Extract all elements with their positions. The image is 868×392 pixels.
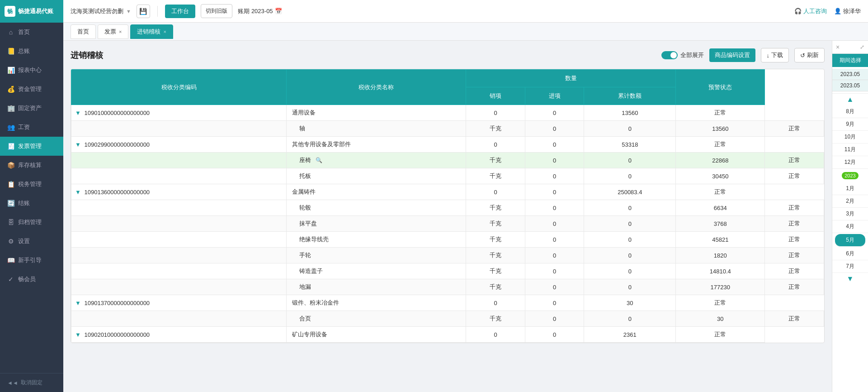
tab-home[interactable]: 首页 [71, 24, 96, 39]
expand-icon[interactable]: ▼ [75, 141, 81, 148]
sidebar-item-tax[interactable]: 📋 税务管理 [0, 175, 63, 194]
expand-icon[interactable]: ▼ [75, 110, 81, 116]
sidebar-item-payroll[interactable]: 👥 工资 [0, 118, 63, 137]
cell-purchase: 0 [525, 105, 584, 121]
col-status: 预警状态 [676, 70, 765, 105]
expand-icon[interactable]: ▼ [75, 189, 81, 196]
sidebar-unpin[interactable]: ◄◄ 取消固定 [0, 373, 63, 392]
period-month-12[interactable]: 12月 [832, 156, 868, 169]
period-scroll-up[interactable]: ▲ [832, 94, 868, 105]
switch-version-button[interactable]: 切到旧版 [201, 4, 232, 18]
tab-reconcile[interactable]: 进销稽核 × [130, 24, 173, 39]
cell-sales: 0 [525, 200, 584, 216]
col-sales: 销项 [466, 87, 525, 105]
cell-cumulative: 53318 [584, 137, 676, 153]
cell-cumulative: 13560 [584, 105, 676, 121]
table-row: 座椅 🔍 千克 0 0 22868 正常 [71, 153, 824, 168]
inventory-icon: 📦 [7, 162, 14, 169]
cell-name: 托板 [287, 168, 466, 184]
workspace-button[interactable]: 工作台 [165, 5, 195, 18]
panel-expand-button[interactable]: ⤢ [857, 43, 867, 51]
cell-code [71, 216, 287, 232]
tab-invoice-close[interactable]: × [119, 29, 122, 34]
cell-purchase: 0 [584, 248, 676, 263]
cell-name: 合页 [287, 311, 466, 327]
sidebar-item-reports[interactable]: 📊 报表中心 [0, 61, 63, 80]
payroll-icon: 👥 [7, 124, 14, 131]
expand-toggle[interactable]: 全部展开 [661, 51, 704, 59]
sidebar-item-member[interactable]: ✓ 畅会员 [0, 270, 63, 289]
cell-code [71, 279, 287, 295]
table-row: ▼ 10901370000000000000 锻件、粉末冶金件 0 0 30 正… [71, 295, 824, 311]
cell-purchase: 0 [584, 121, 676, 137]
period-month-10[interactable]: 10月 [832, 131, 868, 143]
calendar-icon[interactable]: 📅 [275, 8, 282, 14]
cell-cumulative: 3768 [676, 216, 765, 232]
cell-code [71, 153, 287, 168]
expand-icon[interactable]: ▼ [75, 300, 81, 306]
table-row: 轴 千克 0 0 13560 正常 [71, 121, 824, 137]
topbar: 沈海英测试经营勿删 ▼ 💾 工作台 切到旧版 账期 2023-05 📅 🎧 人工… [63, 0, 868, 23]
cell-purchase: 0 [584, 311, 676, 327]
cell-name: 金属铸件 [287, 184, 466, 200]
tab-home-label: 首页 [77, 28, 89, 36]
reports-icon: 📊 [7, 67, 14, 74]
col-quantity-group: 数量 [466, 70, 676, 87]
sidebar-item-label: 资金管理 [18, 85, 42, 93]
expand-icon[interactable]: ▼ [75, 331, 81, 338]
user-menu[interactable]: 👤 徐泽华 [834, 7, 861, 15]
period-month-1[interactable]: 1月 [832, 182, 868, 195]
period-month-2[interactable]: 2月 [832, 195, 868, 208]
period-scroll-down[interactable]: ▼ [832, 273, 868, 285]
tab-invoice[interactable]: 发票 × [98, 24, 128, 39]
assets-icon: 🏢 [7, 105, 14, 112]
sidebar-item-inventory[interactable]: 📦 库存核算 [0, 156, 63, 175]
search-icon[interactable]: 🔍 [316, 157, 322, 163]
cell-status: 正常 [765, 153, 824, 168]
cell-cumulative: 14810.4 [676, 263, 765, 279]
tab-reconcile-close[interactable]: × [163, 29, 166, 34]
cell-sales: 0 [525, 232, 584, 248]
home-icon: ⌂ [7, 29, 14, 36]
product-code-button[interactable]: 商品编码设置 [709, 48, 755, 62]
consult-label: 人工咨询 [803, 7, 827, 15]
period-month-11[interactable]: 11月 [832, 143, 868, 156]
sidebar-item-label: 设置 [18, 237, 30, 245]
sidebar-item-archive[interactable]: 🗄 归档管理 [0, 213, 63, 232]
refresh-button[interactable]: ↺ 刷新 [794, 48, 825, 62]
period-month-8[interactable]: 8月 [832, 105, 868, 118]
sidebar-item-label: 总账 [18, 47, 30, 55]
company-selector[interactable]: 沈海英测试经营勿删 ▼ [71, 7, 131, 15]
cell-unit: 千克 [466, 153, 525, 168]
sidebar-item-settle[interactable]: 🔄 结账 [0, 194, 63, 213]
sidebar-item-invoice[interactable]: 🧾 发票管理 [0, 137, 63, 156]
table-row: ▼ 10901000000000000000 通用设备 0 0 13560 正常 [71, 105, 824, 121]
cell-unit: 千克 [466, 200, 525, 216]
toggle-track[interactable] [661, 51, 678, 59]
period-month-6[interactable]: 6月 [832, 248, 868, 260]
download-button[interactable]: ↓ 下载 [761, 48, 789, 62]
table-row: 铸造盖子 千克 0 0 14810.4 正常 [71, 263, 824, 279]
period-year-2023-05-2: 2023.05 [832, 80, 868, 91]
save-button[interactable]: 💾 [137, 5, 150, 18]
cell-sales: 0 [525, 311, 584, 327]
period-month-9[interactable]: 9月 [832, 118, 868, 131]
sidebar-item-ledger[interactable]: 📒 总账 [0, 42, 63, 61]
sidebar-item-settings[interactable]: ⚙ 设置 [0, 232, 63, 251]
cell-status: 正常 [765, 200, 824, 216]
panel-close-button[interactable]: × [833, 43, 842, 52]
sidebar-item-home[interactable]: ⌂ 首页 [0, 23, 63, 42]
period-value: 2023-05 [251, 8, 273, 14]
consult-button[interactable]: 🎧 人工咨询 [794, 7, 827, 15]
period-month-3[interactable]: 3月 [832, 208, 868, 220]
period-month-5[interactable]: 5月 [835, 234, 865, 247]
sidebar-item-assets[interactable]: 🏢 固定资产 [0, 99, 63, 118]
period-month-4[interactable]: 4月 [832, 220, 868, 233]
col-purchase: 进项 [525, 87, 584, 105]
cell-sales: 0 [525, 216, 584, 232]
sidebar-item-funds[interactable]: 💰 资金管理 [0, 80, 63, 99]
logo-text: 畅捷通易代账 [18, 7, 53, 15]
period-month-7[interactable]: 7月 [832, 260, 868, 273]
sidebar-item-guide[interactable]: 📖 新手引导 [0, 251, 63, 270]
table-row: 绝缘导线壳 千克 0 0 45821 正常 [71, 232, 824, 248]
